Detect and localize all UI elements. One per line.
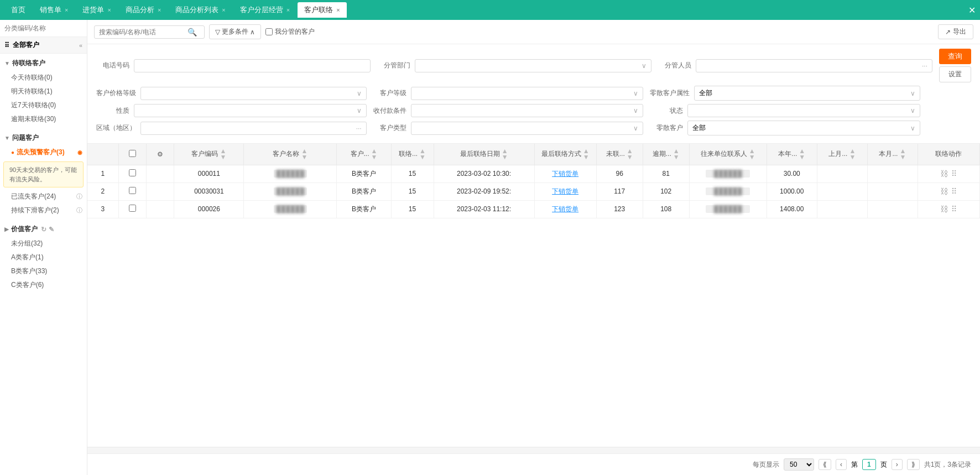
filter-scatter-attr-select[interactable]: 全部 ∨ [694, 86, 920, 101]
tab-home[interactable]: 首页 [4, 2, 32, 18]
th-code[interactable]: 客户编码 ▲▼ [174, 144, 244, 165]
tab-analysis[interactable]: 商品分析 × [119, 2, 168, 18]
th-thismonth[interactable]: 本月... ▲▼ [867, 144, 918, 165]
filter-panel: 电话号码 分管部门 ∨ 分管人员 ··· [87, 44, 980, 144]
group-pending-title[interactable]: ▼ 待联络客户 [0, 56, 87, 71]
th-lastmonth[interactable]: 上月... ▲▼ [817, 144, 867, 165]
sidebar-item-b-class[interactable]: B类客户(33) [0, 264, 87, 278]
page-next-button[interactable]: › [892, 459, 903, 470]
tab-purchase[interactable]: 进货单 × [76, 2, 117, 18]
export-button[interactable]: ↗ 导出 [938, 24, 973, 39]
tab-analysis-list[interactable]: 商品分析列表 × [169, 2, 232, 18]
filter-scatter-customer: 零散客户 全部 ∨ [650, 121, 920, 135]
window-close-icon[interactable]: ✕ [968, 5, 976, 15]
sort-code-icon: ▲▼ [220, 148, 226, 160]
search-input[interactable] [99, 28, 187, 36]
cell-check[interactable] [118, 165, 146, 182]
group-value-title[interactable]: ▶ 价值客户 ↻ ✎ [0, 222, 87, 237]
tab-sales-close[interactable]: × [65, 7, 68, 13]
sidebar-item-churn-warning[interactable]: ● 流失预警客户(3) ◉ [0, 145, 87, 159]
filter-customer-type: 客户类型 ∨ [373, 122, 644, 135]
action-more-icon[interactable]: ⠿ [951, 187, 957, 196]
row-checkbox[interactable] [129, 187, 136, 194]
more-filter-button[interactable]: ▽ 更多条件 ∧ [209, 24, 261, 39]
th-contact-person[interactable]: 往来单位联系人 ▲▼ [689, 144, 767, 165]
tab-analysis-list-close[interactable]: × [222, 7, 225, 13]
tab-sales[interactable]: 销售单 × [33, 2, 75, 18]
th-class[interactable]: 客户... ▲▼ [337, 144, 391, 165]
my-customer-wrap[interactable]: 我分管的客户 [265, 27, 315, 36]
th-year[interactable]: 本年... ▲▼ [767, 144, 817, 165]
cell-class: B类客户 [337, 165, 391, 182]
tab-customer-link[interactable]: 客户联络 × [298, 2, 346, 18]
page-last-button[interactable]: ⟫ [907, 459, 920, 470]
filter-payment-select[interactable]: ∨ [411, 104, 644, 117]
sidebar-collapse-icon[interactable]: « [79, 42, 82, 49]
query-button[interactable]: 查询 [939, 49, 971, 64]
sidebar-item-week-pending[interactable]: 近7天待联络(0) [0, 98, 87, 112]
sidebar-item-a-class[interactable]: A类客户(1) [0, 250, 87, 264]
th-overdue[interactable]: 逾期... ▲▼ [643, 144, 689, 165]
cell-code: 000026 [174, 200, 244, 218]
horizontal-scrollbar[interactable] [87, 447, 980, 453]
cell-way[interactable]: 下销货单 [534, 182, 596, 200]
orange-dot-icon: ● [11, 149, 14, 155]
sidebar-item-ungroup[interactable]: 未分组(32) [0, 237, 87, 250]
row-checkbox[interactable] [129, 169, 136, 176]
sidebar-search-input[interactable] [4, 24, 87, 32]
th-name[interactable]: 客户名称 ▲▼ [244, 144, 337, 165]
per-page-select[interactable]: 50 100 200 [784, 458, 814, 471]
setting-button[interactable]: 设置 [939, 66, 971, 82]
table-header-row: ⚙ 客户编码 ▲▼ 客户名称 ▲▼ [87, 144, 980, 165]
group-risky-title[interactable]: ▼ 问题客户 [0, 131, 87, 145]
tab-customer-link-close[interactable]: × [336, 7, 340, 13]
filter-customer-type-select[interactable]: ∨ [411, 122, 644, 135]
sidebar-item-overdue-pending[interactable]: 逾期未联络(30) [0, 112, 87, 126]
sidebar-item-declining[interactable]: 持续下滑客户(2) ⓘ [0, 203, 87, 217]
sort-year-icon: ▲▼ [799, 148, 805, 160]
refresh-icon[interactable]: ↻ [41, 226, 46, 233]
row-checkbox[interactable] [129, 205, 136, 212]
filter-customer-grade-select[interactable]: ∨ [411, 87, 644, 100]
select-all-checkbox[interactable] [129, 150, 136, 157]
filter-region-select[interactable]: ··· [140, 122, 367, 135]
action-link-icon[interactable]: ⛓ [940, 205, 948, 213]
action-link-icon[interactable]: ⛓ [940, 187, 948, 196]
cell-code: 00030031 [174, 182, 244, 200]
page-prev-button[interactable]: ‹ [836, 459, 847, 470]
filter-price-grade-select[interactable]: ∨ [140, 87, 367, 100]
filter-customer-grade: 客户等级 ∨ [373, 87, 644, 100]
filter-person-select[interactable]: ··· [696, 59, 932, 72]
sidebar-item-today-pending[interactable]: 今天待联络(0) [0, 71, 87, 85]
th-unlinkdays[interactable]: 未联... ▲▼ [596, 144, 643, 165]
th-way[interactable]: 最后联络方式 ▲▼ [534, 144, 596, 165]
tab-analysis-close[interactable]: × [158, 7, 161, 13]
filter-scatter-customer-select[interactable]: 全部 ∨ [687, 121, 920, 135]
edit-icon[interactable]: ✎ [49, 226, 54, 233]
cell-way[interactable]: 下销货单 [534, 200, 596, 218]
cell-year: 30.00 [767, 165, 817, 182]
action-link-icon[interactable]: ⛓ [940, 169, 948, 178]
cell-way[interactable]: 下销货单 [534, 165, 596, 182]
action-more-icon[interactable]: ⠿ [951, 205, 957, 213]
th-setting[interactable]: ⚙ [146, 144, 174, 165]
tab-purchase-close[interactable]: × [107, 7, 111, 13]
sidebar-item-tomorrow-pending[interactable]: 明天待联络(1) [0, 85, 87, 98]
th-contact[interactable]: 联络... ▲▼ [391, 144, 434, 165]
page-first-button[interactable]: ⟪ [819, 459, 831, 470]
filter-phone-input[interactable] [134, 59, 371, 72]
sidebar-all-customers[interactable]: ⠿ 全部客户 « [0, 37, 87, 54]
sidebar-item-churned[interactable]: 已流失客户(24) ⓘ [0, 190, 87, 203]
cell-check[interactable] [118, 182, 146, 200]
tab-customer-tier[interactable]: 客户分层经营 × [233, 2, 296, 18]
sidebar-item-c-class[interactable]: C类客户(6) [0, 278, 87, 292]
my-customer-checkbox[interactable] [265, 28, 273, 35]
filter-nature-select[interactable]: ∨ [134, 104, 367, 117]
tab-customer-tier-close[interactable]: × [286, 7, 290, 13]
search-button[interactable]: 🔍 [187, 28, 197, 36]
action-more-icon[interactable]: ⠿ [951, 169, 957, 178]
cell-check[interactable] [118, 200, 146, 218]
th-date[interactable]: 最后联络日期 ▲▼ [434, 144, 534, 165]
filter-dept-select[interactable]: ∨ [415, 59, 651, 72]
filter-status-select[interactable]: ∨ [687, 104, 920, 117]
